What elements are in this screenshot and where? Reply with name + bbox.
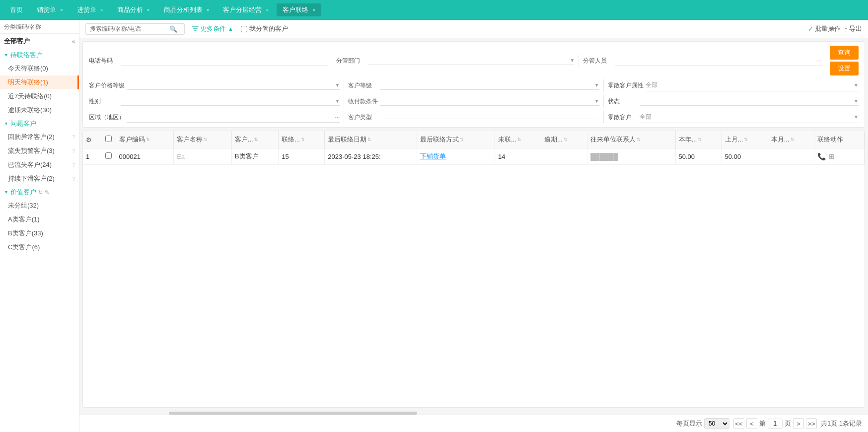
search-input[interactable] — [90, 25, 169, 32]
action-grid-icon[interactable]: ⊞ — [829, 152, 835, 160]
sort-icon[interactable]: ⇅ — [146, 137, 150, 142]
cell-contacts: 15 — [279, 148, 325, 165]
divider — [332, 55, 332, 67]
sort-icon[interactable]: ⇅ — [301, 137, 305, 142]
filter-manager-select[interactable]: ··· — [615, 56, 822, 66]
close-icon[interactable]: × — [207, 7, 210, 13]
filter-price-level: 客户价格等级 ▼ — [89, 81, 340, 90]
nav-customer-contact[interactable]: 客户联络 × — [277, 3, 321, 16]
filter-dept-select[interactable]: ▼ — [368, 56, 575, 65]
col-checkbox — [101, 131, 116, 148]
sidebar-item-churned[interactable]: 已流失客户(24) ? — [0, 158, 79, 172]
close-icon[interactable]: × — [266, 7, 269, 13]
my-customer-checkbox-wrap[interactable]: 我分管的客户 — [241, 24, 288, 33]
sort-icon[interactable]: ⇅ — [698, 137, 702, 142]
filter-panel: 电话号码 分管部门 ▼ 分管人员 ··· — [82, 41, 865, 128]
next-page-btn[interactable]: > — [793, 418, 804, 429]
cell-last-method[interactable]: 下销货单 — [417, 148, 495, 165]
batch-operate-btn[interactable]: ✓ 批量操作 — [808, 24, 841, 33]
sidebar-item-overdue[interactable]: 逾期未联络(30) — [0, 103, 79, 117]
sidebar-item-declining[interactable]: 持续下滑客户(2) ? — [0, 172, 79, 186]
sort-icon[interactable]: ⇅ — [517, 137, 521, 142]
sort-icon[interactable]: ⇅ — [791, 137, 795, 142]
sidebar-group-value[interactable]: 价值客户 ↻ ✎ — [0, 186, 79, 199]
sidebar-collapse-btn[interactable]: « — [72, 38, 75, 44]
close-icon[interactable]: × — [147, 7, 150, 13]
table-footer: 每页显示 50 10 20 100 << < 第 页 > — [79, 415, 868, 432]
select-all-checkbox[interactable] — [105, 136, 112, 142]
sidebar-item-repurchase[interactable]: 回购异常客户(2) ? — [0, 130, 79, 144]
edit-icon[interactable]: ✎ — [45, 189, 49, 196]
sidebar-group-problem[interactable]: 问题客户 — [0, 117, 79, 130]
sidebar-group-pending[interactable]: 待联络客户 — [0, 49, 79, 62]
my-customer-checkbox[interactable] — [241, 26, 247, 32]
sort-icon[interactable]: ⇅ — [204, 137, 208, 142]
filter-retail-select[interactable]: 全部 ▼ — [640, 111, 859, 123]
col-actions: 联络动作 — [814, 131, 864, 148]
sort-icon[interactable]: ⇅ — [564, 137, 568, 142]
close-icon[interactable]: × — [100, 7, 103, 13]
filter-phone-input[interactable] — [121, 56, 328, 66]
sidebar-item-b-class[interactable]: B类客户(33) — [0, 226, 79, 240]
filter-manager: 分管人员 ··· — [583, 56, 822, 66]
filter-area-select[interactable]: ··· — [127, 112, 340, 123]
cell-checkbox[interactable] — [101, 148, 116, 165]
sidebar-search-input[interactable] — [4, 23, 78, 30]
all-customers-title[interactable]: 全部客户 « — [0, 34, 79, 49]
contact-method-link[interactable]: 下销货单 — [420, 152, 446, 160]
filter-row-2: 客户价格等级 ▼ 客户等级 ▼ 零散客户属性 — [89, 79, 859, 91]
filter-level-select[interactable]: ▼ — [380, 81, 599, 90]
filter-status-select[interactable]: ▼ — [640, 97, 859, 106]
export-btn[interactable]: ↑ 导出 — [845, 24, 863, 33]
refresh-icon[interactable]: ↻ — [38, 189, 43, 196]
set-button[interactable]: 设置 — [830, 62, 859, 75]
close-icon[interactable]: × — [312, 7, 315, 13]
nav-product-list[interactable]: 商品分析列表 × — [158, 3, 216, 16]
sidebar-item-today[interactable]: 今天待联络(0) — [0, 62, 79, 75]
horizontal-scrollbar[interactable] — [79, 411, 868, 415]
sort-icon[interactable]: ⇅ — [254, 137, 258, 142]
col-settings[interactable]: ⚙ — [83, 131, 101, 148]
sort-icon[interactable]: ⇅ — [744, 137, 748, 142]
sidebar-item-7days[interactable]: 近7天待联络(0) — [0, 89, 79, 103]
col-type: 客户... ⇅ — [231, 131, 278, 148]
scrollbar-thumb[interactable] — [169, 412, 417, 415]
query-button[interactable]: 查询 — [830, 46, 859, 60]
row-checkbox[interactable] — [105, 152, 112, 159]
sort-icon[interactable]: ⇅ — [367, 137, 371, 142]
sidebar-item-ungrouped[interactable]: 未分组(32) — [0, 199, 79, 213]
nav-customer-layer[interactable]: 客户分层经营 × — [217, 3, 275, 16]
filter-price-select[interactable]: ▼ — [127, 81, 340, 90]
nav-home[interactable]: 首页 — [4, 3, 29, 16]
sidebar-item-a-class[interactable]: A类客户(1) — [0, 213, 79, 226]
first-page-btn[interactable]: << — [733, 418, 744, 429]
filter-retail-customer: 零散客户 全部 ▼ — [608, 111, 859, 123]
page-number-input[interactable] — [768, 419, 783, 429]
sort-icon[interactable]: ⇅ — [460, 137, 464, 142]
sidebar-item-churn-warning[interactable]: 流失预警客户(3) ? — [0, 144, 79, 158]
nav-purchase[interactable]: 进货单 × — [71, 3, 109, 16]
filter-retail-attr-select[interactable]: 全部 ▼ — [646, 79, 859, 91]
prev-page-btn[interactable]: < — [746, 418, 757, 429]
page-size-select[interactable]: 50 10 20 100 — [704, 418, 729, 429]
sidebar-item-tomorrow[interactable]: 明天待联络(1) — [0, 75, 79, 89]
more-icon[interactable]: ··· — [335, 114, 340, 121]
search-wrap: 🔍 — [85, 23, 185, 35]
divider — [344, 111, 344, 123]
sort-icon[interactable]: ⇅ — [637, 137, 641, 142]
last-page-btn[interactable]: >> — [806, 418, 817, 429]
filter-gender-select[interactable]: ▼ — [121, 97, 340, 106]
col-last-method: 最后联络方式 ⇅ — [417, 131, 495, 148]
nav-sales[interactable]: 销货单 × — [31, 3, 69, 16]
settings-icon[interactable]: ⚙ — [86, 136, 92, 144]
action-phone-icon[interactable]: 📞 — [817, 152, 826, 160]
more-filter-btn[interactable]: 更多条件 ▲ — [189, 23, 237, 35]
filter-type-select[interactable] — [380, 116, 599, 119]
nav-product-analysis[interactable]: 商品分析 × — [111, 3, 156, 16]
search-icon[interactable]: 🔍 — [169, 25, 177, 33]
sidebar-item-c-class[interactable]: C类客户(6) — [0, 240, 79, 254]
filter-payment-select[interactable]: ▼ — [380, 97, 599, 106]
col-code: 客户编码 ⇅ — [116, 131, 174, 148]
more-icon[interactable]: ··· — [817, 57, 822, 64]
close-icon[interactable]: × — [60, 7, 63, 13]
